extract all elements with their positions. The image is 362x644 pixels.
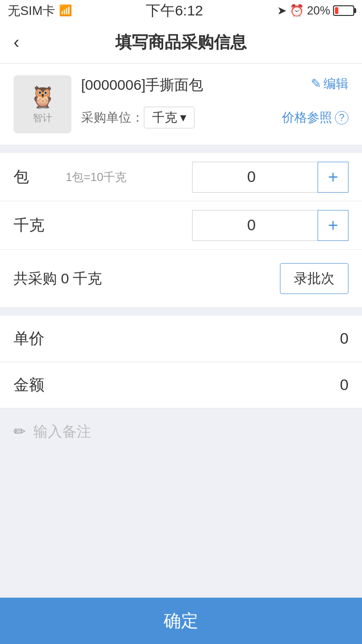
confirm-label: 确定 <box>164 609 198 633</box>
unit-dropdown[interactable]: 千克 ▾ <box>144 107 195 128</box>
note-area[interactable]: ✏ 输入备注 <box>0 408 362 505</box>
edit-button[interactable]: ✎ 编辑 <box>311 75 348 92</box>
kg-input-group: + <box>192 210 348 241</box>
edit-icon: ✎ <box>311 76 321 91</box>
battery-percent: 20% <box>307 4 330 17</box>
product-logo: 🦉 <box>29 84 56 110</box>
status-bar: 无SIM卡 📶 下午6:12 ➤ ⏰ 20% <box>0 0 362 21</box>
back-button[interactable]: ‹ <box>14 32 19 53</box>
edit-label: 编辑 <box>323 75 348 92</box>
unit-price-value: 0 <box>340 330 348 348</box>
amount-value: 0 <box>340 376 348 394</box>
product-name: [0000006]手撕面包 <box>81 75 311 95</box>
help-icon: ? <box>335 111 348 125</box>
alarm-icon: ⏰ <box>290 4 304 17</box>
unit-selector-group: 采购单位： 千克 ▾ <box>81 107 195 128</box>
bag-sublabel: 1包=10千克 <box>66 169 126 185</box>
product-image: 🦉 智计 <box>14 75 71 133</box>
time-label: 下午6:12 <box>146 1 203 21</box>
pencil-icon: ✏ <box>14 423 26 440</box>
product-logo-label: 智计 <box>33 112 52 125</box>
nav-bar: ‹ 填写商品采购信息 <box>0 21 362 64</box>
note-placeholder: 输入备注 <box>33 422 91 442</box>
amount-label: 金额 <box>14 375 44 396</box>
summary-text: 共采购 0 千克 <box>14 269 102 289</box>
wifi-icon: 📶 <box>59 4 72 17</box>
unit-price-label: 单价 <box>14 328 44 350</box>
bag-label: 包 <box>14 167 62 188</box>
bag-plus-button[interactable]: + <box>318 162 348 193</box>
unit-label: 采购单位： <box>81 109 144 126</box>
product-info: [0000006]手撕面包 ✎ 编辑 采购单位： 千克 ▾ 价格参照 ? <box>81 75 348 128</box>
chevron-down-icon: ▾ <box>180 110 186 125</box>
location-icon: ➤ <box>277 4 287 17</box>
battery-icon <box>333 5 354 16</box>
product-unit-row: 采购单位： 千克 ▾ 价格参照 ? <box>81 107 348 128</box>
carrier-label: 无SIM卡 <box>8 2 55 19</box>
kg-input-row: 千克 + <box>0 201 362 250</box>
section-gap-1 <box>0 145 362 153</box>
price-section: 单价 0 金额 0 <box>0 316 362 408</box>
price-ref-label: 价格参照 <box>282 109 332 126</box>
section-gap-2 <box>0 308 362 316</box>
input-section: 包 1包=10千克 + 千克 + 共采购 0 千克 录批次 <box>0 153 362 308</box>
batch-button[interactable]: 录批次 <box>280 263 348 294</box>
product-card: 🦉 智计 [0000006]手撕面包 ✎ 编辑 采购单位： 千克 ▾ 价格参照 … <box>0 64 362 145</box>
bag-input-row: 包 1包=10千克 + <box>0 153 362 201</box>
product-header: [0000006]手撕面包 ✎ 编辑 <box>81 75 348 95</box>
status-left: 无SIM卡 📶 <box>8 2 72 19</box>
bag-input[interactable] <box>192 162 318 193</box>
unit-value: 千克 <box>152 109 177 126</box>
kg-plus-button[interactable]: + <box>318 210 348 241</box>
summary-row: 共采购 0 千克 录批次 <box>0 250 362 308</box>
status-right: ➤ ⏰ 20% <box>277 4 354 17</box>
page-title: 填写商品采购信息 <box>115 31 247 54</box>
kg-label: 千克 <box>14 215 62 236</box>
bag-input-group: + <box>192 162 348 193</box>
amount-row: 金额 0 <box>0 362 362 408</box>
confirm-button[interactable]: 确定 <box>0 598 362 644</box>
unit-price-row: 单价 0 <box>0 316 362 362</box>
price-ref-button[interactable]: 价格参照 ? <box>282 109 348 126</box>
kg-input[interactable] <box>192 210 318 241</box>
